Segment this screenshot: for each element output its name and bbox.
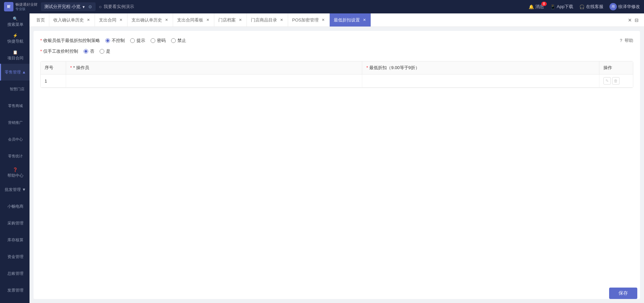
notifications-button[interactable]: 🔔 消息 8 — [529, 4, 544, 10]
topbar-left: 财 畅捷通好业财 专业版 测试分开完程·小览 ▾ ⚙ ○ 我要看实例演示 — [4, 2, 134, 11]
tab-close-min-discount[interactable]: ✕ — [362, 18, 367, 22]
topbar: 财 畅捷通好业财 专业版 测试分开完程·小览 ▾ ⚙ ○ 我要看实例演示 🔔 消… — [0, 0, 644, 13]
sidebar-item-wholesale[interactable]: 批发管理 ▼ — [0, 181, 30, 198]
online-service-button[interactable]: 🎧 在线客服 — [579, 4, 603, 10]
contract-icon: 📋 — [13, 50, 18, 55]
radio-password[interactable]: 密码 — [151, 38, 166, 44]
discount-policy-label: *收银员低于最低折扣控制策略 — [40, 38, 100, 44]
tab-close-pos-password[interactable]: ✕ — [321, 18, 325, 22]
sidebar-item-member[interactable]: 会员中心 — [0, 131, 30, 148]
radio-no-control[interactable]: 不控制 — [105, 38, 125, 44]
search-icon: 🔍 — [13, 16, 18, 21]
shortcut-icon: ⚡ — [13, 33, 18, 38]
tab-bar-actions: ✕ ⊟ — [625, 17, 641, 23]
tab-close-payment-contract[interactable]: ✕ — [118, 18, 123, 22]
manual-price-row: *仅手工改价时控制 否 是 — [40, 48, 633, 54]
col-header-actions: 操作 — [599, 61, 633, 74]
cell-seq-1: 1 — [41, 74, 66, 88]
manual-price-radio-group: 否 是 — [84, 48, 110, 54]
tab-payment-confirm[interactable]: 支出确认单历史 ✕ — [127, 13, 173, 27]
sidebar-item-retail-stats[interactable]: 零售统计 — [0, 148, 30, 164]
help-icon: ❓ — [13, 167, 18, 172]
app-download-button[interactable]: 📱 App下载 — [550, 4, 573, 10]
tab-store-file[interactable]: 门店档案 ✕ — [214, 13, 247, 27]
chevron-down-icon: ▾ — [83, 4, 85, 9]
tab-close-current-button[interactable]: ✕ — [628, 17, 632, 23]
gear-icon[interactable]: ⚙ — [88, 4, 92, 9]
tab-payment-contract[interactable]: 支出合同 ✕ — [95, 13, 127, 27]
sidebar-item-ledger[interactable]: 总账管理 — [0, 265, 30, 282]
sidebar-item-purchase[interactable]: 采购管理 — [0, 215, 30, 232]
project-selector[interactable]: 测试分开完程·小览 ▾ ⚙ — [41, 2, 96, 11]
col-header-seq: 序号 — [41, 61, 66, 74]
logo-text: 畅捷通好业财 专业版 — [15, 2, 38, 11]
sidebar-item-marketing[interactable]: 营销推广 — [0, 114, 30, 131]
tab-store-catalog[interactable]: 门店商品目录 ✕ — [247, 13, 288, 27]
radio-hint[interactable]: 提示 — [130, 38, 145, 44]
discount-policy-radio-group: 不控制 提示 密码 禁 — [105, 38, 186, 44]
tab-close-payment-confirm[interactable]: ✕ — [164, 18, 169, 22]
discount-table-wrapper: 序号 ** 操作员 *最低折扣（9.00等于9折） 操作 — [40, 61, 633, 88]
chevron-down-icon: ▼ — [22, 187, 26, 192]
bell-icon: 🔔 — [529, 4, 534, 9]
discount-table: 序号 ** 操作员 *最低折扣（9.00等于9折） 操作 — [41, 61, 633, 88]
sidebar: 🔍 搜索菜单 ⚡ 快捷导航 📋 项目合同 零售管理 ▲ 智慧门店 零售商城 营销… — [0, 13, 30, 303]
download-icon: 📱 — [550, 4, 555, 9]
app-logo: 财 畅捷通好业财 专业版 — [4, 2, 38, 11]
tab-bar: 首页 收入确认单历史 ✕ 支出合同 ✕ 支出确认单历史 ✕ 支出合同看板 ✕ 门… — [30, 13, 644, 27]
tab-min-discount[interactable]: 最低折扣设置 ✕ — [330, 13, 371, 27]
page-inner: ？ 帮助 *收银员低于最低折扣控制策略 不控制 — [34, 31, 640, 299]
sidebar-item-smart-store[interactable]: 智慧门店 — [0, 81, 30, 97]
sidebar-item-shortcut[interactable]: ⚡ 快捷导航 — [0, 30, 30, 47]
tab-close-payment-board[interactable]: ✕ — [205, 18, 210, 22]
radio-forbid[interactable]: 禁止 — [171, 38, 186, 44]
content-area: 首页 收入确认单历史 ✕ 支出合同 ✕ 支出确认单历史 ✕ 支出合同看板 ✕ 门… — [30, 13, 644, 303]
tab-more-button[interactable]: ⊟ — [635, 17, 639, 23]
edit-button-1[interactable]: ✎ — [603, 77, 611, 85]
demo-link[interactable]: ○ 我要看实例演示 — [99, 4, 134, 10]
sidebar-item-retail[interactable]: 零售管理 ▲ — [0, 64, 30, 81]
radio-manual-no[interactable]: 否 — [84, 48, 94, 54]
discount-policy-row: *收银员低于最低折扣控制策略 不控制 提示 — [40, 38, 633, 44]
avatar: 用 — [609, 3, 617, 10]
col-header-operator: ** 操作员 — [66, 61, 362, 74]
delete-button-1[interactable]: 🗑 — [612, 77, 620, 85]
headset-icon: 🎧 — [579, 4, 585, 9]
manual-price-label: *仅手工改价时控制 — [40, 48, 78, 54]
tab-close-income-confirm[interactable]: ✕ — [86, 18, 91, 22]
tab-income-confirm[interactable]: 收入确认单历史 ✕ — [49, 13, 95, 27]
table-row: 1 ✎ 🗑 — [41, 74, 633, 88]
tab-close-store-file[interactable]: ✕ — [238, 18, 243, 22]
sidebar-item-contract[interactable]: 📋 项目合同 — [0, 47, 30, 64]
tab-payment-board[interactable]: 支出合同看板 ✕ — [173, 13, 214, 27]
user-menu-button[interactable]: 用 徐泽华修改 — [609, 3, 640, 10]
cell-discount-1 — [362, 74, 599, 88]
sidebar-item-fund[interactable]: 资金管理 — [0, 248, 30, 265]
logo-icon: 财 — [4, 2, 13, 11]
question-icon: ？ — [619, 38, 623, 44]
col-header-min-discount: *最低折扣（9.00等于9折） — [362, 61, 599, 74]
sidebar-item-tax[interactable]: 税务管理 — [0, 299, 30, 303]
sidebar-item-inventory[interactable]: 库存核算 — [0, 232, 30, 248]
save-button[interactable]: 保存 — [609, 288, 637, 299]
tab-close-store-catalog[interactable]: ✕ — [279, 18, 284, 22]
chevron-up-icon: ▲ — [22, 70, 26, 74]
cell-actions-1: ✎ 🗑 — [599, 74, 633, 88]
notifications-badge: 8 — [541, 2, 547, 6]
page-content: ？ 帮助 *收银员低于最低折扣控制策略 不控制 — [30, 27, 644, 303]
help-link[interactable]: ？ 帮助 — [619, 38, 633, 44]
table-header-row: 序号 ** 操作员 *最低折扣（9.00等于9折） 操作 — [41, 61, 633, 74]
tab-pos-password[interactable]: POS加密管理 ✕ — [288, 13, 330, 27]
form-section: *收银员低于最低折扣控制策略 不控制 提示 — [40, 38, 633, 54]
radio-manual-yes[interactable]: 是 — [100, 48, 110, 54]
sidebar-item-ecommerce[interactable]: 小畅电商 — [0, 198, 30, 215]
sidebar-item-help[interactable]: ❓ 帮助中心 — [0, 164, 30, 181]
sidebar-item-online-store[interactable]: 零售商城 — [0, 97, 30, 114]
topbar-right: 🔔 消息 8 📱 App下载 🎧 在线客服 用 徐泽华修改 — [529, 3, 640, 10]
tab-home[interactable]: 首页 — [32, 13, 49, 27]
sidebar-item-search[interactable]: 🔍 搜索菜单 — [0, 13, 30, 30]
save-bar: 保存 — [602, 284, 644, 303]
sidebar-item-invoice[interactable]: 发票管理 — [0, 282, 30, 299]
main-layout: 🔍 搜索菜单 ⚡ 快捷导航 📋 项目合同 零售管理 ▲ 智慧门店 零售商城 营销… — [0, 13, 644, 303]
row-actions-1: ✎ 🗑 — [603, 77, 629, 85]
